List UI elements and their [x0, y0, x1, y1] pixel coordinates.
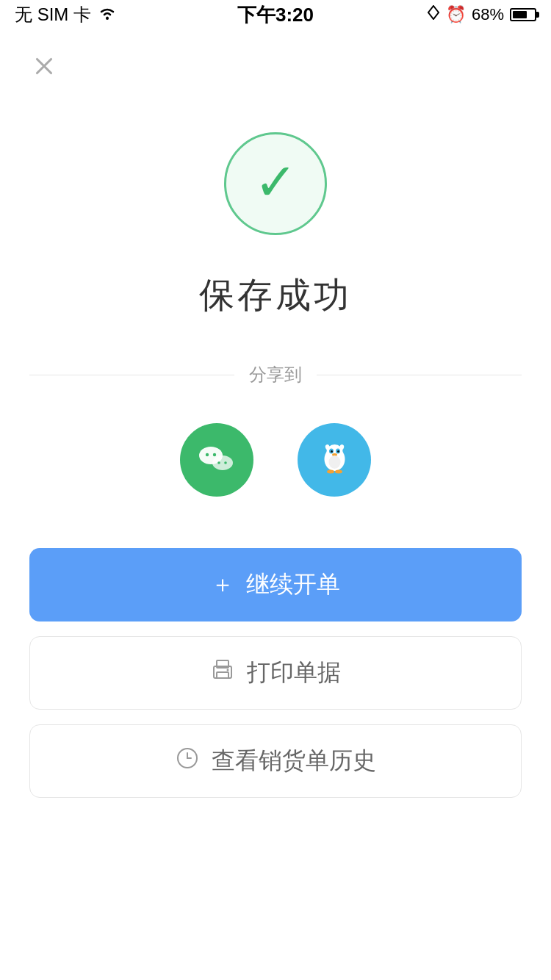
- continue-label: 继续开单: [246, 569, 340, 601]
- svg-point-6: [224, 461, 227, 464]
- share-divider: 分享到: [29, 363, 522, 386]
- history-icon: [175, 746, 200, 777]
- svg-point-4: [213, 453, 216, 456]
- close-button[interactable]: [22, 44, 66, 88]
- print-button[interactable]: 打印单据: [29, 636, 522, 710]
- svg-point-22: [227, 669, 229, 671]
- status-time: 下午3:20: [237, 2, 314, 28]
- history-button[interactable]: 查看销货单历史: [29, 724, 522, 798]
- share-label: 分享到: [249, 363, 302, 386]
- continue-button[interactable]: ＋ 继续开单: [29, 548, 522, 621]
- checkmark-icon: ✓: [254, 156, 298, 208]
- share-qq-button[interactable]: [298, 423, 371, 497]
- svg-point-12: [337, 450, 339, 453]
- wechat-icon: [195, 438, 239, 482]
- svg-point-5: [217, 461, 220, 464]
- share-buttons: [180, 423, 371, 497]
- svg-point-0: [106, 17, 109, 20]
- action-buttons: ＋ 继续开单 打印单据 查看销货单历史: [29, 548, 522, 798]
- status-left: 无 SIM 卡: [15, 3, 118, 26]
- svg-point-2: [212, 455, 233, 470]
- svg-point-11: [331, 450, 333, 453]
- history-label: 查看销货单历史: [212, 745, 376, 777]
- location-icon: [427, 5, 440, 24]
- print-icon: [210, 657, 235, 688]
- wifi-icon: [97, 4, 118, 25]
- plus-icon: ＋: [211, 569, 234, 601]
- svg-point-15: [327, 469, 334, 473]
- svg-rect-21: [217, 672, 228, 678]
- alarm-icon: ⏰: [446, 5, 466, 24]
- divider-left: [29, 375, 234, 375]
- print-label: 打印单据: [247, 657, 341, 689]
- qq-icon: [314, 440, 355, 480]
- svg-point-3: [206, 453, 209, 456]
- battery-percent: 68%: [472, 5, 504, 24]
- main-content: ✓ 保存成功 分享到: [0, 29, 551, 980]
- no-sim-text: 无 SIM 卡: [15, 3, 91, 26]
- success-title: 保存成功: [199, 272, 352, 319]
- battery-icon: [510, 8, 536, 21]
- svg-point-16: [335, 469, 342, 473]
- success-circle: ✓: [224, 132, 327, 235]
- status-bar: 无 SIM 卡 下午3:20 ⏰ 68%: [0, 0, 551, 29]
- svg-point-14: [328, 455, 340, 469]
- status-right: ⏰ 68%: [427, 5, 536, 24]
- divider-right: [317, 375, 522, 375]
- close-icon: [31, 53, 57, 79]
- share-wechat-button[interactable]: [180, 423, 253, 497]
